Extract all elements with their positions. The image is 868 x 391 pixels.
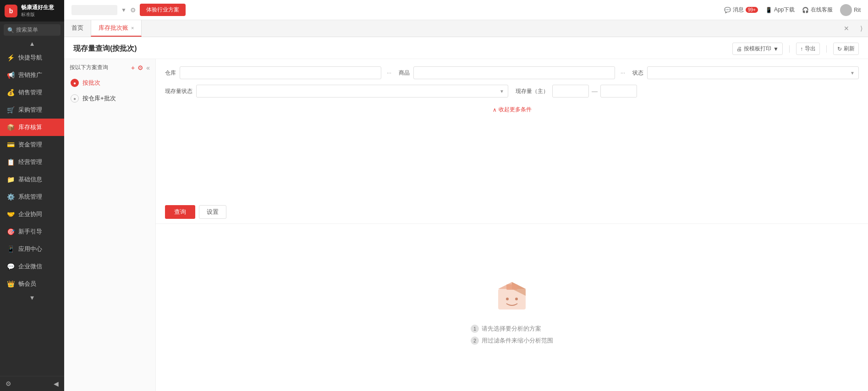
sidebar-item-quick-nav[interactable]: ⚡ 快捷导航	[0, 49, 64, 66]
scheme-item-by-batch[interactable]: ● 按批次	[64, 75, 155, 91]
collapse-sidebar-icon[interactable]: ◀	[54, 380, 59, 387]
scheme-item-by-warehouse-batch[interactable]: ● 按仓库+批次	[64, 91, 155, 106]
tab-inventory-batch[interactable]: 库存批次账 ×	[91, 20, 142, 37]
scheme-icon-by-warehouse-batch: ●	[71, 94, 79, 103]
scheme-settings-icon[interactable]: ⚙	[137, 64, 143, 71]
topbar-left: ▼ ⚙ 体验行业方案	[71, 4, 186, 16]
scheme-add-icon[interactable]: +	[131, 64, 135, 71]
collapse-filters-btn[interactable]: ∧ 收起更多条件	[165, 103, 859, 116]
sidebar-item-label-marketing: 营销推广	[18, 71, 42, 79]
sidebar-item-operation[interactable]: 📋 经营管理	[0, 153, 64, 171]
warehouse-more-icon[interactable]: ···	[387, 70, 391, 76]
content-body: 按以下方案查询 + ⚙ « ● 按批次 ● 按仓库+批次	[64, 59, 868, 391]
tab-home[interactable]: 首页	[64, 20, 91, 37]
hint-text-1: 请先选择要分析的方案	[482, 325, 541, 333]
refresh-label: 刷新	[844, 45, 855, 53]
user-avatar-area[interactable]: Rit	[840, 4, 861, 16]
sidebar-items-list: ⚡ 快捷导航 📢 营销推广 💰 销售管理 🛒 采购管理 📦 库存核算 💳 资金管…	[0, 49, 64, 293]
filter-group-status: 状态 ▼	[632, 66, 859, 79]
scheme-panel-label: 按以下方案查询	[70, 64, 108, 71]
hint-text-2: 用过滤条件来缩小分析范围	[482, 337, 553, 345]
export-icon: ↑	[800, 46, 803, 52]
sidebar-item-label-member: 畅会员	[18, 280, 36, 288]
status-select[interactable]: ▼	[647, 66, 859, 79]
scheme-panel: 按以下方案查询 + ⚙ « ● 按批次 ● 按仓库+批次	[64, 59, 156, 391]
page-header-actions: 🖨 按模板打印 ▼ ↑ 导出 ↻ 刷新	[732, 43, 859, 55]
breadcrumb-arrow-icon[interactable]: ▼	[121, 7, 126, 13]
status-chevron-icon: ▼	[850, 71, 855, 76]
inventory-icon: 📦	[6, 123, 15, 131]
hint-num-1: 1	[471, 325, 479, 333]
sidebar-item-label-wechat: 企业微信	[18, 262, 42, 271]
sidebar-item-enterprise[interactable]: 🤝 企业协同	[0, 206, 64, 223]
finance-icon: 💳	[6, 141, 15, 149]
stock-status-chevron-icon: ▼	[500, 89, 504, 94]
sidebar-item-marketing[interactable]: 📢 营销推广	[0, 66, 64, 84]
stock-qty-min-input[interactable]	[552, 85, 589, 98]
query-button[interactable]: 查询	[165, 205, 195, 219]
scheme-icon-by-batch: ●	[71, 79, 79, 87]
chevron-up-icon: ∧	[493, 107, 497, 113]
app-logo: b	[5, 5, 17, 17]
tab-home-label: 首页	[71, 24, 83, 32]
stock-status-label: 现存量状态	[165, 87, 192, 95]
wechat-icon: 💬	[6, 262, 15, 271]
tab-close-icon[interactable]: ×	[131, 25, 134, 31]
status-label: 状态	[632, 69, 643, 77]
scheme-panel-header: 按以下方案查询 + ⚙ «	[64, 64, 155, 75]
app-download-icon: 📱	[765, 7, 772, 13]
experience-btn[interactable]: 体验行业方案	[140, 4, 186, 16]
topbar-gear-icon[interactable]: ⚙	[130, 6, 136, 14]
empty-hints: 1 请先选择要分析的方案 2 用过滤条件来缩小分析范围	[471, 325, 553, 345]
scheme-label-by-batch: 按批次	[82, 79, 100, 87]
sidebar-item-label-finance: 资金管理	[18, 141, 42, 149]
headset-icon: 🎧	[802, 7, 809, 13]
sidebar-item-purchase[interactable]: 🛒 采购管理	[0, 101, 64, 119]
breadcrumb-input[interactable]	[71, 5, 117, 15]
sidebar-scroll-down[interactable]: ▼	[0, 293, 64, 303]
topbar-right: 💬 消息 99+ 📱 App下载 🎧 在线客服 Rit	[724, 4, 861, 16]
stock-status-select[interactable]: ▼	[196, 85, 508, 98]
scheme-items: ● 按批次 ● 按仓库+批次	[64, 75, 155, 106]
page-header: 现存量查询(按批次) 🖨 按模板打印 ▼ ↑ 导出 ↻ 刷新	[64, 37, 868, 59]
main-area: ▼ ⚙ 体验行业方案 💬 消息 99+ 📱 App下载 🎧 在线客服 Rit	[64, 0, 868, 391]
goods-input[interactable]	[413, 66, 615, 79]
settings-button[interactable]: 设置	[199, 205, 226, 219]
sidebar-item-system[interactable]: ⚙️ 系统管理	[0, 188, 64, 206]
online-service-btn[interactable]: 🎧 在线客服	[802, 6, 833, 14]
filter-group-goods: 商品 ···	[399, 66, 625, 79]
tabs-panel-expand-btn[interactable]: ⟩	[855, 25, 868, 32]
sidebar-search[interactable]: 🔍 搜索菜单	[4, 24, 60, 36]
settings-icon[interactable]: ⚙	[5, 380, 11, 387]
action-row: 查询 设置	[156, 201, 868, 224]
sidebar-item-basic[interactable]: 📁 基础信息	[0, 171, 64, 188]
tabs-panel-close-btn[interactable]: ✕	[838, 25, 855, 32]
sidebar-item-sales[interactable]: 💰 销售管理	[0, 84, 64, 101]
messages-btn[interactable]: 💬 消息 99+	[724, 6, 758, 14]
app-title-block: 畅康通好生意 标准版	[21, 4, 54, 18]
tabs-list: 首页 库存批次账 ×	[64, 20, 838, 37]
sidebar-item-app-center[interactable]: 📱 应用中心	[0, 240, 64, 258]
warehouse-input[interactable]	[180, 66, 381, 79]
stock-qty-range: —	[552, 85, 859, 98]
app-version: 标准版	[21, 11, 54, 18]
sidebar-item-member[interactable]: 👑 畅会员	[0, 275, 64, 293]
print-btn[interactable]: 🖨 按模板打印 ▼	[732, 43, 783, 55]
export-btn[interactable]: ↑ 导出	[796, 43, 820, 55]
print-icon: 🖨	[736, 46, 742, 52]
search-icon: 🔍	[7, 27, 14, 33]
sidebar-item-inventory[interactable]: 📦 库存核算	[0, 119, 64, 136]
sidebar-item-newbie[interactable]: 🎯 新手引导	[0, 223, 64, 240]
sidebar-item-wechat[interactable]: 💬 企业微信	[0, 258, 64, 275]
stock-qty-max-input[interactable]	[600, 85, 637, 98]
app-company-name: 畅康通好生意	[21, 4, 54, 11]
app-download-btn[interactable]: 📱 App下载	[765, 6, 795, 14]
refresh-btn[interactable]: ↻ 刷新	[833, 43, 859, 55]
goods-more-icon[interactable]: ···	[621, 70, 625, 76]
export-label: 导出	[805, 45, 816, 53]
online-service-label: 在线客服	[811, 6, 833, 14]
scheme-collapse-icon[interactable]: «	[146, 64, 150, 71]
sidebar-item-finance[interactable]: 💳 资金管理	[0, 136, 64, 153]
sidebar-scroll-up[interactable]: ▲	[0, 38, 64, 49]
print-dropdown-icon: ▼	[773, 46, 779, 52]
